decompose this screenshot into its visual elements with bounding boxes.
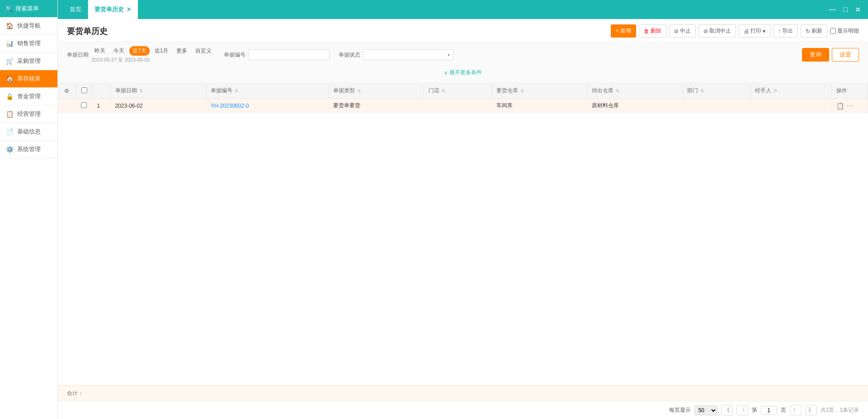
row-pending-warehouse-cell: 原材料仓库: [587, 99, 682, 113]
column-settings-icon[interactable]: ⚙: [64, 88, 69, 94]
col-department[interactable]: 部门 ⇅: [682, 83, 750, 99]
next-page-button[interactable]: 〉: [790, 405, 802, 415]
sort-pending-warehouse-icon: ⇅: [616, 88, 619, 93]
sort-store-icon: ⇅: [442, 88, 445, 93]
purchase-icon: 🛒: [5, 57, 14, 65]
export-icon: ↑: [778, 28, 781, 34]
refresh-button[interactable]: ↻ 刷新: [801, 24, 827, 38]
maximize-button[interactable]: □: [841, 5, 849, 14]
sidebar-search-label: 搜索菜单: [15, 5, 39, 13]
close-button[interactable]: ✕: [853, 5, 863, 15]
action-icons: 📋 ⋯: [836, 102, 863, 110]
sidebar-item-sales[interactable]: 📊 销售管理: [0, 35, 57, 52]
show-detail-input[interactable]: [830, 28, 836, 34]
col-date[interactable]: 单据日期 ⇅: [110, 83, 206, 99]
first-page-button[interactable]: 《: [721, 405, 733, 415]
col-handler[interactable]: 经手人 ⇅: [750, 83, 831, 99]
data-table: ⚙ 单据日期 ⇅ 单据编号 ⇅: [58, 83, 868, 113]
topbar-controls: — □ ✕: [827, 5, 863, 15]
tab-history[interactable]: 要货单历史 ✕: [88, 0, 138, 19]
doc-number-input[interactable]: [248, 49, 330, 60]
status-filter-group: 单据状态 ▾: [339, 49, 453, 60]
page-info: 共1页，1条记录: [821, 406, 859, 414]
cancel-stop-button[interactable]: ⊘ 取消中止: [698, 24, 736, 38]
row-view-icon[interactable]: 📋: [836, 102, 844, 110]
row-type-cell: 要货单要货: [328, 99, 424, 113]
row-more-icon[interactable]: ⋯: [847, 102, 853, 110]
row-number-link[interactable]: YH-20230602-0: [211, 103, 249, 109]
date-yesterday[interactable]: 昨天: [91, 46, 108, 56]
expand-filter-button[interactable]: ∨ 展开更多条件: [440, 67, 486, 78]
expand-icon: ∨: [444, 70, 448, 76]
date-month[interactable]: 近1月: [151, 46, 172, 56]
row-checkbox-cell: [76, 99, 92, 113]
sidebar-item-finance[interactable]: 🔒 资金管理: [0, 88, 57, 105]
sidebar-item-inventory[interactable]: 🏠 库存核算: [0, 70, 57, 88]
minimize-button[interactable]: —: [827, 5, 838, 14]
sort-date-icon: ⇅: [139, 88, 143, 93]
row-date-cell: 2023-06-02: [110, 99, 206, 113]
date-more[interactable]: 更多: [173, 46, 190, 56]
new-button[interactable]: + 新增: [611, 24, 636, 38]
sidebar-item-label: 经营管理: [17, 110, 41, 118]
row-number-cell: YH-20230602-0: [206, 99, 328, 113]
date-today[interactable]: 今天: [110, 46, 127, 56]
date-shortcuts: 昨天 今天 近7天 近1月 更多 自定义 2023-05-27 至 2023-0…: [91, 46, 215, 63]
row-seq-cell: 1: [92, 99, 110, 113]
date-range-display: 2023-05-27 至 2023-06-02: [91, 57, 215, 63]
sidebar-item-system[interactable]: ⚙️ 系统管理: [0, 141, 57, 158]
date-filter-label: 单据日期: [67, 51, 89, 59]
filter-second-row: ∨ 展开更多条件: [67, 67, 859, 78]
show-detail-checkbox[interactable]: 显示明细: [830, 27, 859, 35]
row-checkbox[interactable]: [81, 102, 87, 108]
total-label: 合计：: [67, 390, 83, 397]
print-button[interactable]: 🖨 打印 ▾: [739, 24, 770, 38]
last-page-button[interactable]: 》: [805, 405, 817, 415]
sidebar-item-basic[interactable]: 📄 基础信息: [0, 123, 57, 141]
select-all-checkbox[interactable]: [81, 87, 87, 93]
date-week[interactable]: 近7天: [129, 46, 150, 56]
sidebar-search[interactable]: 🔍 搜索菜单: [0, 0, 57, 17]
sidebar-item-purchase[interactable]: 🛒 采购管理: [0, 52, 57, 70]
basic-icon: 📄: [5, 128, 14, 135]
sort-number-icon: ⇅: [235, 88, 238, 93]
page-number-input[interactable]: [761, 406, 777, 415]
tab-home-label: 首页: [70, 5, 81, 14]
sidebar-item-label: 销售管理: [17, 39, 41, 48]
query-button[interactable]: 查询: [802, 48, 829, 62]
sort-type-icon: ⇅: [357, 88, 361, 93]
col-number[interactable]: 单据编号 ⇅: [206, 83, 328, 99]
sidebar: 🔍 搜索菜单 🏠 快捷导航 📊 销售管理 🛒 采购管理 🏠 库存核算 🔒 资金管…: [0, 0, 58, 419]
col-req-warehouse[interactable]: 要货仓库 ⇅: [491, 83, 587, 99]
stop-icon: ⊘: [674, 28, 679, 34]
toolbar: + 新增 🗑 删除 ⊘ 中止 ⊘ 取消中止 🖨 打印 ▾: [611, 24, 859, 38]
page-suffix: 页: [781, 406, 786, 414]
export-button[interactable]: ↑ 导出: [773, 24, 798, 38]
row-department-cell: [682, 99, 750, 113]
tab-close-icon[interactable]: ✕: [127, 6, 131, 13]
stop-button[interactable]: ⊘ 中止: [669, 24, 696, 38]
sales-icon: 📊: [5, 40, 14, 47]
status-select[interactable]: [363, 49, 453, 60]
col-settings[interactable]: ⚙: [58, 83, 76, 99]
finance-icon: 🔒: [5, 93, 14, 100]
sidebar-item-quick-nav[interactable]: 🏠 快捷导航: [0, 17, 57, 35]
settings-button[interactable]: 设置: [832, 48, 859, 62]
col-action: 操作: [832, 83, 868, 99]
sidebar-item-label: 快捷导航: [17, 22, 41, 30]
delete-button[interactable]: 🗑 删除: [639, 24, 666, 38]
filter-actions: 查询 设置: [802, 48, 859, 62]
tab-home[interactable]: 首页: [63, 0, 88, 19]
print-dropdown-icon: ▾: [763, 28, 765, 34]
page-size-select[interactable]: 10 20 50 100: [694, 405, 717, 415]
col-type[interactable]: 单据类型 ⇅: [328, 83, 424, 99]
sidebar-item-operations[interactable]: 📋 经营管理: [0, 105, 57, 123]
sidebar-item-label: 库存核算: [17, 75, 41, 83]
col-pending-warehouse[interactable]: 待出仓库 ⇅: [587, 83, 682, 99]
col-store[interactable]: 门店 ⇅: [424, 83, 492, 99]
sort-handler-icon: ⇅: [774, 88, 777, 93]
date-custom[interactable]: 自定义: [192, 46, 215, 56]
prev-page-button[interactable]: 〈: [736, 405, 748, 415]
page-title: 要货单历史: [67, 26, 108, 37]
doc-number-label: 单据编号: [224, 51, 245, 59]
